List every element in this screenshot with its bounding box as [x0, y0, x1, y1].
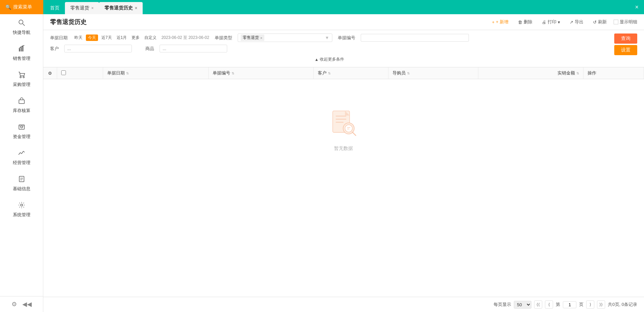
- guide-sort-icon[interactable]: ⇅: [407, 71, 410, 75]
- date-today[interactable]: 今天: [86, 35, 98, 41]
- sidebar-item-basic-info-label: 基础信息: [13, 186, 30, 192]
- goods-filter-label: 商品: [145, 46, 154, 52]
- sidebar-item-purchase-mgmt-label: 采购管理: [13, 82, 30, 88]
- first-page-button[interactable]: ⟨⟨: [534, 300, 542, 309]
- sidebar-item-finance-mgmt[interactable]: 资金管理: [0, 118, 43, 144]
- docno-sort-icon[interactable]: ⇅: [232, 71, 234, 75]
- sidebar: 快捷导航 销售管理 采购管理 库存核算 资金管理: [0, 14, 43, 312]
- inventory-icon: [18, 97, 25, 106]
- svg-rect-8: [19, 125, 24, 129]
- date-col-header[interactable]: 单据日期 ⇅: [103, 67, 209, 79]
- collapse-label: 收起更多条件: [320, 57, 344, 62]
- doc-id-input[interactable]: [361, 34, 469, 42]
- search-icon: 🔍: [5, 4, 11, 10]
- finance-mgmt-icon: [18, 123, 25, 132]
- settings-bottom-icon[interactable]: ⚙: [11, 300, 17, 308]
- doc-type-dropdown-icon[interactable]: ▼: [325, 35, 329, 40]
- page-title: 零售退货历史: [50, 18, 87, 26]
- sidebar-item-sys-mgmt[interactable]: 系统管理: [0, 197, 43, 223]
- svg-rect-3: [21, 47, 22, 51]
- delete-button[interactable]: 🗑 删除: [515, 18, 535, 26]
- customer-input[interactable]: [64, 45, 132, 52]
- show-detail-checkbox[interactable]: [614, 20, 618, 24]
- sidebar-item-inventory-label: 库存核算: [13, 108, 30, 114]
- table-settings-icon[interactable]: ⚙: [48, 71, 52, 76]
- checkbox-col-header[interactable]: [57, 67, 103, 79]
- date-custom[interactable]: 自定义: [143, 35, 158, 41]
- date-sort-icon[interactable]: ⇅: [126, 71, 129, 75]
- pagination: 每页显示 50 20 100 ⟨⟨ ⟨ 第 页 ⟩ ⟩⟩ 共0页, 0条记录: [43, 297, 644, 312]
- tab-retail-return-close[interactable]: ×: [91, 6, 94, 10]
- svg-point-9: [21, 126, 23, 128]
- add-button[interactable]: + + 新增: [489, 18, 511, 26]
- sidebar-item-ops-mgmt[interactable]: 经营管理: [0, 144, 43, 171]
- docno-col-header[interactable]: 单据编号 ⇅: [208, 67, 314, 79]
- top-bar: 🔍 搜索菜单 首页 零售退货 × 零售退货历史 × ×: [0, 0, 644, 14]
- show-detail-toggle[interactable]: 显示明细: [614, 19, 637, 25]
- filter-actions: 查询 设置: [614, 34, 637, 55]
- customer-col-header[interactable]: 客户 ⇅: [314, 67, 388, 79]
- search-label: 搜索菜单: [13, 4, 32, 10]
- per-page-select[interactable]: 50 20 100: [514, 301, 531, 309]
- sidebar-item-basic-info[interactable]: 基础信息: [0, 171, 43, 197]
- main-layout: 快捷导航 销售管理 采购管理 库存核算 资金管理: [0, 14, 644, 312]
- guide-col-header[interactable]: 导购员 ⇅: [388, 67, 478, 79]
- date-7days[interactable]: 近7天: [100, 35, 113, 41]
- sidebar-item-purchase-mgmt[interactable]: 采购管理: [0, 66, 43, 92]
- search-menu-button[interactable]: 🔍 搜索菜单: [0, 0, 43, 14]
- goods-input[interactable]: [160, 45, 227, 52]
- sidebar-item-quick-nav[interactable]: 快捷导航: [0, 14, 43, 40]
- window-close-button[interactable]: ×: [629, 0, 644, 14]
- query-button[interactable]: 查询: [614, 34, 637, 44]
- refresh-icon: ↺: [593, 20, 597, 25]
- date-more[interactable]: 更多: [130, 35, 141, 41]
- filter-row-1: 单据日期 昨天 今天 近7天 近1月 更多 自定义 2023-06-02 至 2…: [50, 34, 609, 42]
- svg-point-15: [21, 204, 23, 206]
- filter-bar: 单据日期 昨天 今天 近7天 近1月 更多 自定义 2023-06-02 至 2…: [43, 30, 644, 67]
- print-dropdown-icon: ▾: [558, 20, 560, 25]
- sys-mgmt-icon: [18, 201, 25, 210]
- tab-list: 首页 零售退货 × 零售退货历史 ×: [43, 0, 629, 14]
- collapse-row[interactable]: ▲ 收起更多条件: [50, 55, 609, 64]
- settings-col-header[interactable]: ⚙: [43, 67, 57, 79]
- export-icon: ↗: [570, 20, 573, 25]
- sidebar-item-sales-mgmt[interactable]: 销售管理: [0, 40, 43, 66]
- tab-home[interactable]: 首页: [45, 2, 65, 14]
- svg-point-6: [23, 76, 24, 78]
- doc-type-tag-close[interactable]: ×: [260, 36, 262, 40]
- prev-page-button[interactable]: ⟨: [545, 300, 553, 309]
- delete-icon: 🗑: [518, 20, 522, 25]
- svg-rect-2: [19, 48, 20, 51]
- tab-retail-return-history-close[interactable]: ×: [135, 6, 137, 10]
- date-yesterday[interactable]: 昨天: [73, 35, 84, 41]
- amount-sort-icon[interactable]: ⇅: [576, 71, 579, 75]
- customer-sort-icon[interactable]: ⇅: [328, 71, 331, 75]
- total-records: 共0页, 0条记录: [608, 302, 637, 308]
- print-button[interactable]: 🖨 打印 ▾: [539, 18, 563, 26]
- page-number-input[interactable]: [563, 301, 576, 308]
- set-button[interactable]: 设置: [614, 45, 637, 55]
- speaker-bottom-icon[interactable]: ◀◀: [22, 300, 32, 308]
- sidebar-item-inventory[interactable]: 库存核算: [0, 92, 43, 118]
- tab-retail-return[interactable]: 零售退货 ×: [65, 2, 99, 14]
- svg-line-23: [353, 132, 356, 135]
- sidebar-item-sys-mgmt-label: 系统管理: [13, 212, 30, 218]
- basic-info-icon: [18, 175, 25, 184]
- toolbar-actions: + + 新增 🗑 删除 🖨 打印 ▾ ↗ 导出 ↺: [489, 18, 637, 26]
- amount-col-header[interactable]: 实销金额 ⇅: [478, 67, 583, 79]
- doc-type-tag: 零售退货 ×: [241, 35, 264, 41]
- select-all-checkbox[interactable]: [61, 70, 66, 75]
- empty-image: [327, 106, 360, 140]
- print-icon: 🖨: [542, 20, 546, 25]
- sidebar-item-finance-mgmt-label: 资金管理: [13, 134, 30, 140]
- next-page-button[interactable]: ⟩: [586, 300, 594, 309]
- refresh-button[interactable]: ↺ 刷新: [590, 18, 610, 26]
- page-label: 第: [556, 302, 560, 308]
- tab-retail-return-history[interactable]: 零售退货历史 ×: [99, 2, 143, 14]
- quick-nav-icon: [18, 19, 25, 28]
- date-1month[interactable]: 近1月: [115, 35, 128, 41]
- export-button[interactable]: ↗ 导出: [567, 18, 586, 26]
- sales-mgmt-icon: [18, 45, 25, 54]
- doc-type-filter-container[interactable]: 零售退货 × ▼: [238, 34, 332, 42]
- last-page-button[interactable]: ⟩⟩: [597, 300, 605, 309]
